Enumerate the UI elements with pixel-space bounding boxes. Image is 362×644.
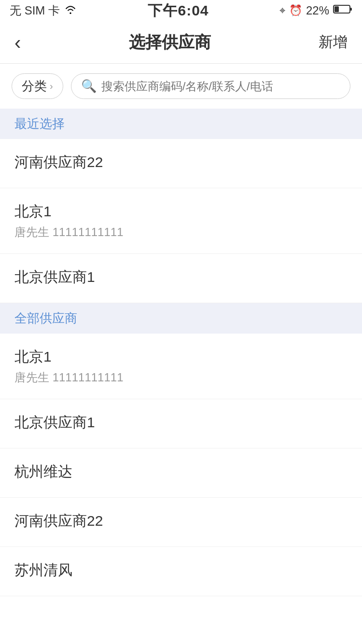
status-time: 下午6:04 xyxy=(148,1,209,21)
new-action-button[interactable]: 新增 xyxy=(319,32,348,52)
section-header-all: 全部供应商 xyxy=(0,303,362,334)
battery-icon xyxy=(333,4,352,17)
category-label: 分类 xyxy=(22,78,47,95)
item-name-r1: 河南供应商22 xyxy=(14,153,348,172)
list-item-r2[interactable]: 北京1唐先生 11111111111 xyxy=(0,188,362,254)
item-name-a1: 北京1 xyxy=(14,347,348,367)
item-name-a4: 河南供应商22 xyxy=(14,511,348,531)
list-item-a2[interactable]: 北京供应商1 xyxy=(0,399,362,448)
item-name-a5: 苏州清风 xyxy=(14,560,348,580)
search-box: 🔍 xyxy=(71,73,350,99)
svg-rect-2 xyxy=(334,6,339,12)
nav-bar: ‹ 选择供应商 新增 xyxy=(0,21,362,64)
battery-label: 22% xyxy=(306,4,329,17)
svg-rect-1 xyxy=(350,8,352,11)
status-left: 无 SIM 卡 xyxy=(10,3,77,18)
list-item-a1[interactable]: 北京1唐先生 11111111111 xyxy=(0,334,362,399)
sections-container: 最近选择河南供应商22北京1唐先生 11111111111北京供应商1全部供应商… xyxy=(0,109,362,596)
back-button[interactable]: ‹ xyxy=(14,33,21,52)
wifi-icon xyxy=(64,4,77,17)
list-item-a4[interactable]: 河南供应商22 xyxy=(0,498,362,547)
status-bar: 无 SIM 卡 下午6:04 ⌖ ⏰ 22% xyxy=(0,0,362,21)
item-name-r3: 北京供应商1 xyxy=(14,267,348,287)
item-sub-a1: 唐先生 11111111111 xyxy=(14,370,348,385)
status-right: ⌖ ⏰ 22% xyxy=(279,4,352,17)
search-input[interactable] xyxy=(101,80,340,93)
location-icon: ⌖ xyxy=(279,4,285,17)
search-row: 分类 › 🔍 xyxy=(0,64,362,109)
list-item-r3[interactable]: 北京供应商1 xyxy=(0,254,362,303)
no-sim-label: 无 SIM 卡 xyxy=(10,3,60,18)
chevron-right-icon: › xyxy=(50,81,53,92)
category-button[interactable]: 分类 › xyxy=(12,73,63,99)
page-title: 选择供应商 xyxy=(129,31,211,54)
item-name-a3: 杭州维达 xyxy=(14,462,348,482)
list-item-a3[interactable]: 杭州维达 xyxy=(0,448,362,498)
search-icon: 🔍 xyxy=(81,79,97,94)
item-sub-r2: 唐先生 11111111111 xyxy=(14,224,348,240)
alarm-icon: ⏰ xyxy=(289,4,302,17)
item-name-a2: 北京供应商1 xyxy=(14,413,348,433)
list-item-r1[interactable]: 河南供应商22 xyxy=(0,139,362,188)
list-item-a5[interactable]: 苏州清风 xyxy=(0,547,362,596)
section-header-recent: 最近选择 xyxy=(0,109,362,139)
item-name-r2: 北京1 xyxy=(14,202,348,222)
